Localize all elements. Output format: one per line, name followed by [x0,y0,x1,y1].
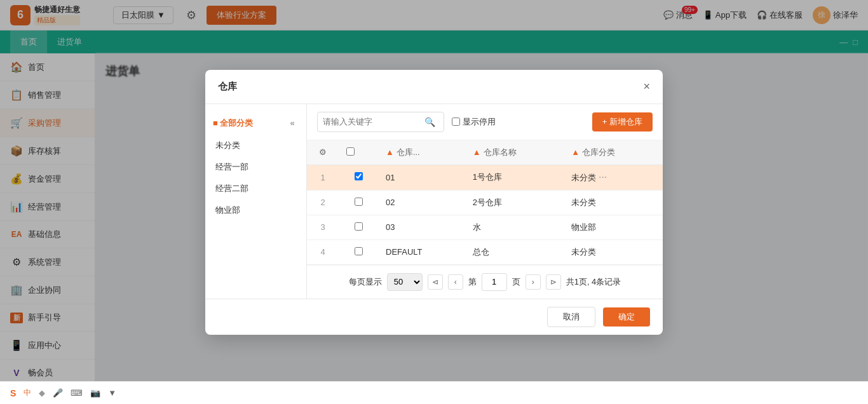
warehouse-modal: 仓库 × ■ 全部分类 « 未分类 经营一部 经营二部 物业部 [205,70,663,335]
row-code: DEFAULT [378,239,465,264]
next-page-btn[interactable]: › [526,274,541,290]
modal-footer: 取消 确定 [205,299,663,335]
row-category: 未分类 [564,239,663,264]
show-disabled-check[interactable] [452,118,460,126]
table-toolbar: 🔍 显示停用 + 新增仓库 [307,104,663,140]
bottom-bar: S 中 ◆ 🎤 ⌨ 📷 ▼ [0,381,868,404]
col-checkbox [339,140,378,165]
row-code: 03 [378,215,465,239]
col-category: ▲仓库分类 [564,140,663,165]
row-code: 01 [378,165,465,190]
modal-title: 仓库 [218,81,237,93]
modal-overlay[interactable]: 仓库 × ■ 全部分类 « 未分类 经营一部 经营二部 物业部 [0,0,868,404]
category-item-property[interactable]: 物业部 [205,199,306,221]
warehouse-table: ⚙ ▲仓库... ▲仓库名称 ▲仓库分类 1 01 [307,140,663,265]
col-name: ▲仓库名称 [465,140,564,165]
row-checkbox[interactable] [339,239,378,264]
gear-icon: ⚙ [319,147,327,157]
microphone-icon[interactable]: 🎤 [53,388,63,398]
row-checkbox[interactable] [339,165,378,190]
page-label-before: 第 [468,276,477,288]
table-row[interactable]: 2 02 2号仓库 未分类 [307,190,663,215]
sogou-icon: S [10,388,16,398]
lang-switch[interactable]: 中 [24,387,31,398]
page-summary: 共1页, 4条记录 [566,276,621,288]
last-page-btn[interactable]: ⊳ [546,274,561,290]
table-row[interactable]: 3 03 水 物业部 [307,215,663,239]
cancel-button[interactable]: 取消 [547,307,595,327]
category-all-header[interactable]: ■ 全部分类 « [205,112,306,135]
add-warehouse-button[interactable]: + 新增仓库 [592,112,653,131]
prev-page-btn[interactable]: ‹ [448,274,463,290]
row-num: 4 [307,239,339,264]
first-page-btn[interactable]: ⊲ [428,274,443,290]
category-item-unclassified[interactable]: 未分类 [205,135,306,156]
category-item-ops2[interactable]: 经营二部 [205,178,306,199]
row-name: 2号仓库 [465,190,564,215]
search-input-wrap: 🔍 [317,112,444,132]
row-checkbox[interactable] [339,215,378,239]
modal-body: ■ 全部分类 « 未分类 经营一部 经营二部 物业部 🔍 [205,104,663,299]
row-category: 未分类 ··· [564,165,663,190]
confirm-button[interactable]: 确定 [603,307,650,327]
per-page-label: 每页显示 [349,276,382,288]
select-all-checkbox[interactable] [346,147,355,156]
table-row[interactable]: 1 01 1号仓库 未分类 ··· [307,165,663,190]
modal-close-button[interactable]: × [643,80,650,93]
row-name: 水 [465,215,564,239]
search-input[interactable] [323,117,424,126]
table-header-row: ⚙ ▲仓库... ▲仓库名称 ▲仓库分类 [307,140,663,165]
row-checkbox[interactable] [339,190,378,215]
category-all-label: ■ 全部分类 [213,118,253,129]
table-row[interactable]: 4 DEFAULT 总仓 未分类 [307,239,663,264]
row-code: 02 [378,190,465,215]
diamond-icon: ◆ [39,388,45,398]
search-icon[interactable]: 🔍 [424,117,435,127]
row-name: 总仓 [465,239,564,264]
pagination: 每页显示 50 20 100 ⊲ ‹ 第 页 › ⊳ 共1页, 4条记录 [307,265,663,299]
row-num: 2 [307,190,339,215]
show-disabled-checkbox[interactable]: 显示停用 [452,116,496,128]
category-item-ops1[interactable]: 经营一部 [205,156,306,178]
table-panel: 🔍 显示停用 + 新增仓库 ⚙ [307,104,663,299]
row-num: 1 [307,165,339,190]
keyboard-icon[interactable]: ⌨ [71,388,83,398]
row-actions-icon[interactable]: ··· [599,172,607,182]
show-disabled-label: 显示停用 [463,116,496,128]
row-category: 未分类 [564,190,663,215]
row-category: 物业部 [564,215,663,239]
page-input[interactable] [482,273,507,291]
col-code: ▲仓库... [378,140,465,165]
category-panel: ■ 全部分类 « 未分类 经营一部 经营二部 物业部 [205,104,307,299]
row-name: 1号仓库 [465,165,564,190]
modal-header: 仓库 × [205,70,663,104]
expand-icon[interactable]: ▼ [108,388,116,398]
camera-icon[interactable]: 📷 [90,388,100,398]
page-label-after: 页 [512,276,520,288]
per-page-select[interactable]: 50 20 100 [387,273,423,291]
row-num: 3 [307,215,339,239]
col-settings: ⚙ [307,140,339,165]
collapse-button[interactable]: « [286,117,299,130]
